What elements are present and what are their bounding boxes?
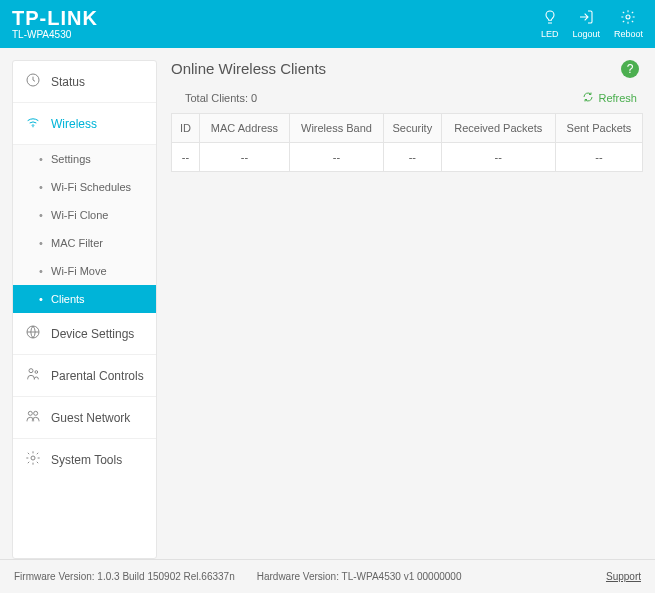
- footer-versions: Firmware Version: 1.0.3 Build 150902 Rel…: [14, 571, 461, 582]
- sidebar-item-device-settings[interactable]: Device Settings: [13, 313, 156, 355]
- refresh-icon: [582, 91, 594, 105]
- led-label: LED: [541, 29, 559, 39]
- svg-point-2: [32, 126, 33, 127]
- svg-point-6: [28, 411, 32, 415]
- wireless-label: Wireless: [51, 117, 97, 131]
- sub-clone[interactable]: Wi-Fi Clone: [13, 201, 156, 229]
- refresh-button[interactable]: Refresh: [582, 91, 637, 105]
- hardware-version: Hardware Version: TL-WPA4530 v1 00000000: [257, 571, 462, 582]
- cell-empty: --: [289, 143, 383, 172]
- guest-label: Guest Network: [51, 411, 130, 425]
- sidebar: Status Wireless Settings Wi-Fi Schedules…: [12, 60, 157, 559]
- page-title: Online Wireless Clients: [171, 60, 643, 77]
- logout-button[interactable]: Logout: [572, 9, 600, 39]
- cell-empty: --: [172, 143, 200, 172]
- sub-clients[interactable]: Clients: [13, 285, 156, 313]
- brand-logo: TP-LINK: [12, 8, 98, 28]
- logout-label: Logout: [572, 29, 600, 39]
- total-clients: Total Clients: 0: [185, 92, 257, 104]
- parental-label: Parental Controls: [51, 369, 144, 383]
- content: ? Online Wireless Clients Total Clients:…: [171, 60, 643, 559]
- help-button[interactable]: ?: [621, 60, 639, 78]
- status-label: Status: [51, 75, 85, 89]
- cell-empty: --: [200, 143, 290, 172]
- col-tx: Sent Packets: [555, 114, 642, 143]
- header: TP-LINK TL-WPA4530 LED Logout Reboot: [0, 0, 655, 48]
- col-mac: MAC Address: [200, 114, 290, 143]
- led-button[interactable]: LED: [541, 9, 559, 39]
- sub-settings[interactable]: Settings: [13, 145, 156, 173]
- cell-empty: --: [384, 143, 441, 172]
- sub-mac-filter[interactable]: MAC Filter: [13, 229, 156, 257]
- sub-schedules[interactable]: Wi-Fi Schedules: [13, 173, 156, 201]
- device-settings-label: Device Settings: [51, 327, 134, 341]
- table-row: -- -- -- -- -- --: [172, 143, 643, 172]
- support-link[interactable]: Support: [606, 571, 641, 582]
- cell-empty: --: [441, 143, 555, 172]
- svg-point-5: [35, 371, 38, 374]
- system-tools-label: System Tools: [51, 453, 122, 467]
- firmware-version: Firmware Version: 1.0.3 Build 150902 Rel…: [14, 571, 235, 582]
- wireless-icon: [25, 114, 41, 133]
- svg-point-7: [34, 411, 38, 415]
- reboot-label: Reboot: [614, 29, 643, 39]
- sidebar-item-system-tools[interactable]: System Tools: [13, 439, 156, 480]
- col-band: Wireless Band: [289, 114, 383, 143]
- status-icon: [25, 72, 41, 91]
- svg-point-8: [31, 456, 35, 460]
- header-actions: LED Logout Reboot: [541, 9, 643, 39]
- parental-icon: [25, 366, 41, 385]
- globe-icon: [25, 324, 41, 343]
- gear-icon: [25, 450, 41, 469]
- logout-icon: [578, 9, 594, 27]
- refresh-label: Refresh: [598, 92, 637, 104]
- sidebar-item-guest[interactable]: Guest Network: [13, 397, 156, 439]
- help-icon: ?: [627, 62, 634, 76]
- wireless-submenu: Settings Wi-Fi Schedules Wi-Fi Clone MAC…: [13, 145, 156, 313]
- sidebar-item-parental[interactable]: Parental Controls: [13, 355, 156, 397]
- footer: Firmware Version: 1.0.3 Build 150902 Rel…: [0, 559, 655, 593]
- svg-point-0: [626, 15, 630, 19]
- sidebar-item-status[interactable]: Status: [13, 61, 156, 103]
- cell-empty: --: [555, 143, 642, 172]
- col-id: ID: [172, 114, 200, 143]
- sidebar-item-wireless[interactable]: Wireless: [13, 103, 156, 145]
- model-label: TL-WPA4530: [12, 29, 98, 40]
- guest-icon: [25, 408, 41, 427]
- table-toolbar: Total Clients: 0 Refresh: [171, 91, 643, 113]
- svg-point-4: [29, 369, 33, 373]
- table-header-row: ID MAC Address Wireless Band Security Re…: [172, 114, 643, 143]
- led-icon: [542, 9, 558, 27]
- col-rx: Received Packets: [441, 114, 555, 143]
- reboot-icon: [620, 9, 636, 27]
- brand-area: TP-LINK TL-WPA4530: [12, 8, 98, 40]
- sub-move[interactable]: Wi-Fi Move: [13, 257, 156, 285]
- col-security: Security: [384, 114, 441, 143]
- reboot-button[interactable]: Reboot: [614, 9, 643, 39]
- clients-table: ID MAC Address Wireless Band Security Re…: [171, 113, 643, 172]
